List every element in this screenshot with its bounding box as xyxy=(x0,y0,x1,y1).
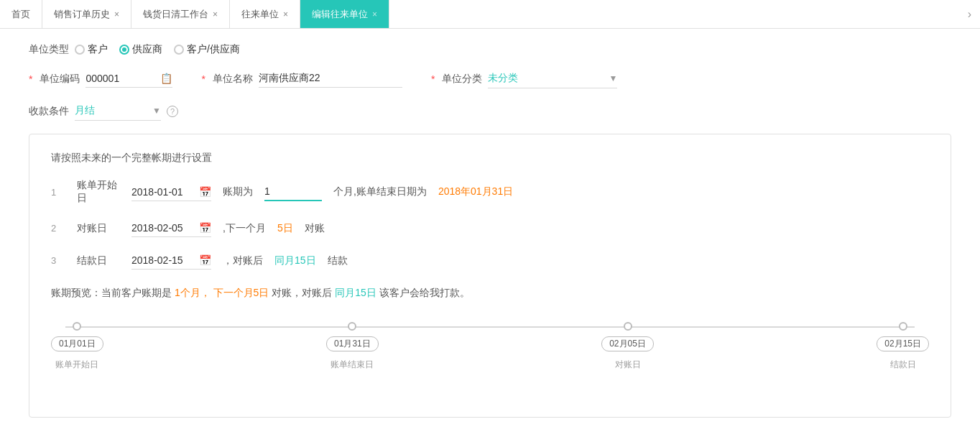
tab-cash-workbench-close[interactable]: × xyxy=(213,9,218,19)
unit-category-group: * 单位分类 未分类 ▼ xyxy=(431,69,617,88)
tab-partner-units[interactable]: 往来单位 × xyxy=(230,0,300,28)
radio-both-circle xyxy=(174,45,184,55)
timeline-dot-1 xyxy=(73,322,81,331)
period-row-2-date-wrap: 📅 xyxy=(131,219,211,237)
timeline-label-3: 对账日 xyxy=(615,359,641,371)
unit-type-radios: 客户 供应商 客户/供应商 xyxy=(75,43,240,56)
unit-code-label: 单位编码 xyxy=(40,73,80,86)
period-row-2-date-input[interactable] xyxy=(131,222,196,234)
unit-category-arrow-icon: ▼ xyxy=(609,73,617,83)
timeline-label-4: 结款日 xyxy=(890,359,916,371)
preview-part4: 同月15日 xyxy=(335,287,376,298)
tab-sales-history-close[interactable]: × xyxy=(114,9,119,19)
period-row-3-date-wrap: 📅 xyxy=(131,252,211,270)
tab-sales-history[interactable]: 销售订单历史 × xyxy=(42,0,131,28)
unit-category-select[interactable]: 未分类 ▼ xyxy=(488,69,617,88)
payment-terms-group: 收款条件 月结 ▼ ? xyxy=(29,101,178,121)
timeline-node-2: 01月31日 账单结束日 xyxy=(326,322,379,371)
preview-part1: 1个月， xyxy=(175,287,211,298)
unit-name-group: * 单位名称 xyxy=(201,70,402,88)
period-row-3: 3 结款日 📅 ，对账后 同月15日 结款 xyxy=(51,252,929,270)
timeline: 01月01日 账单开始日 01月31日 账单结束日 02月05日 对账日 02月… xyxy=(51,322,929,400)
unit-info-row: * 单位编码 📋 * 单位名称 * 单位分类 未分类 ▼ xyxy=(29,69,951,88)
radio-supplier[interactable]: 供应商 xyxy=(119,43,162,56)
payment-terms-select[interactable]: 月结 ▼ xyxy=(75,101,161,121)
unit-type-group: 单位类型 客户 供应商 客户/供应商 xyxy=(29,43,240,56)
payment-terms-value: 月结 xyxy=(75,104,149,117)
timeline-node-3: 02月05日 对账日 xyxy=(601,322,654,371)
tab-expand-btn[interactable]: › xyxy=(959,0,980,28)
tab-edit-partner-close[interactable]: × xyxy=(372,9,377,19)
preview-label: 账期预览：当前客户账期是 xyxy=(51,287,172,298)
preview-part2: 下一个月5日 xyxy=(213,287,269,298)
period-row-2-desc-after: 对账 xyxy=(305,222,325,235)
payment-terms-label: 收款条件 xyxy=(29,105,69,118)
unit-name-star: * xyxy=(201,73,205,85)
tab-home-label: 首页 xyxy=(11,8,30,21)
period-row-2-num: 2 xyxy=(51,223,65,234)
period-row-1-calendar-icon[interactable]: 📅 xyxy=(199,186,211,198)
radio-both[interactable]: 客户/供应商 xyxy=(174,43,240,56)
period-row-2-highlight: 5日 xyxy=(277,222,293,235)
period-row-2-desc-before: ,下一个月 xyxy=(223,222,266,235)
period-row-3-label: 结款日 xyxy=(77,254,120,267)
period-row-1-label: 账单开始日 xyxy=(77,179,120,205)
payment-terms-arrow-icon: ▼ xyxy=(152,106,161,116)
period-row-1-end-date: 2018年01月31日 xyxy=(438,185,513,198)
timeline-badge-2: 01月31日 xyxy=(326,336,379,351)
timeline-dot-2 xyxy=(348,322,356,331)
unit-type-label: 单位类型 xyxy=(29,43,69,56)
radio-supplier-label: 供应商 xyxy=(132,43,162,56)
timeline-dot-3 xyxy=(624,322,632,331)
radio-supplier-circle xyxy=(119,45,129,55)
period-row-3-desc-after: 结款 xyxy=(328,254,348,267)
unit-type-row: 单位类型 客户 供应商 客户/供应商 xyxy=(29,43,951,56)
payment-terms-help-icon[interactable]: ? xyxy=(167,106,178,117)
unit-category-star: * xyxy=(431,73,435,85)
timeline-badge-3: 02月05日 xyxy=(601,336,654,351)
tab-edit-partner[interactable]: 编辑往来单位 × xyxy=(300,0,389,28)
timeline-dot-4 xyxy=(899,322,907,331)
tab-cash-workbench-label: 钱货日清工作台 xyxy=(143,8,208,21)
period-hint: 请按照未来的一个完整帐期进行设置 xyxy=(51,152,929,165)
tab-home[interactable]: 首页 xyxy=(0,0,42,28)
timeline-label-1: 账单开始日 xyxy=(55,359,98,371)
unit-code-input[interactable] xyxy=(85,73,157,84)
timeline-nodes: 01月01日 账单开始日 01月31日 账单结束日 02月05日 对账日 02月… xyxy=(51,322,929,371)
unit-code-copy-icon[interactable]: 📋 xyxy=(160,73,172,84)
preview-text: 账期预览：当前客户账期是 1个月， 下一个月5日 对账，对账后 同月15日 该客… xyxy=(51,284,929,302)
tab-edit-partner-label: 编辑往来单位 xyxy=(312,8,368,21)
period-row-1-date-wrap: 📅 xyxy=(131,183,211,201)
period-row-3-date-input[interactable] xyxy=(131,254,196,266)
payment-terms-row: 收款条件 月结 ▼ ? xyxy=(29,101,951,121)
unit-code-input-wrap: 📋 xyxy=(85,70,172,88)
tab-partner-units-close[interactable]: × xyxy=(283,9,288,19)
radio-customer-label: 客户 xyxy=(88,43,108,56)
timeline-badge-1: 01月01日 xyxy=(51,336,103,351)
period-row-3-desc-before: ，对账后 xyxy=(223,254,263,267)
period-row-3-highlight: 同月15日 xyxy=(274,254,316,267)
timeline-node-4: 02月15日 结款日 xyxy=(877,322,929,371)
tab-bar: 首页 销售订单历史 × 钱货日清工作台 × 往来单位 × 编辑往来单位 × › xyxy=(0,0,980,29)
period-row-1-desc-after: 个月,账单结束日期为 xyxy=(333,185,427,198)
unit-code-group: * 单位编码 📋 xyxy=(29,70,172,88)
period-card: 请按照未来的一个完整帐期进行设置 1 账单开始日 📅 账期为 个月,账单结束日期… xyxy=(29,134,951,418)
period-row-2-calendar-icon[interactable]: 📅 xyxy=(199,222,211,234)
unit-name-label: 单位名称 xyxy=(213,73,253,86)
unit-category-value: 未分类 xyxy=(488,72,606,85)
radio-customer-circle xyxy=(75,45,85,55)
tab-partner-units-label: 往来单位 xyxy=(241,8,279,21)
tab-sales-history-label: 销售订单历史 xyxy=(54,8,110,21)
preview-part3: 对账，对账后 xyxy=(272,287,332,298)
unit-code-star: * xyxy=(29,73,32,85)
unit-category-label: 单位分类 xyxy=(442,73,482,86)
radio-customer[interactable]: 客户 xyxy=(75,43,108,56)
period-row-3-calendar-icon[interactable]: 📅 xyxy=(199,254,211,266)
unit-name-input[interactable] xyxy=(259,70,402,88)
tab-cash-workbench[interactable]: 钱货日清工作台 × xyxy=(131,0,230,28)
page-content: 单位类型 客户 供应商 客户/供应商 * 单位编码 xyxy=(0,29,980,437)
period-row-1-desc-before: 账期为 xyxy=(223,185,253,198)
period-row-1-months-input[interactable] xyxy=(264,183,322,201)
timeline-label-2: 账单结束日 xyxy=(330,359,374,371)
period-row-1-date-input[interactable] xyxy=(131,186,196,198)
